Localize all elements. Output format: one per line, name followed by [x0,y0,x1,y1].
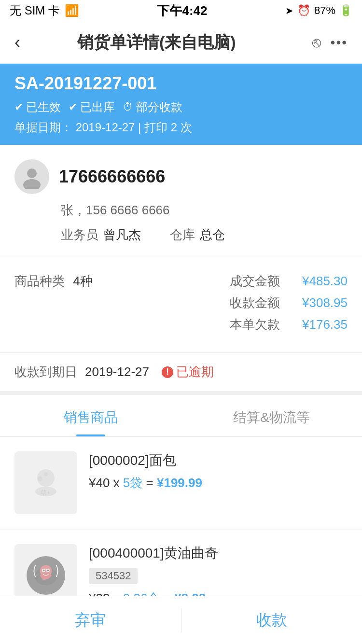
tag-label-2: 已出库 [80,99,115,115]
order-date-value: 2019-12-27 [76,121,135,134]
customer-meta: 业务员 曾凡杰 仓库 总仓 [61,226,348,243]
order-banner: SA-20191227-001 ✔ 已生效 ✔ 已出库 ⏱ 部分收款 单据日期：… [0,64,362,145]
customer-id: 17666666666 [59,167,165,187]
status-right: ➤ ⏰ 87% 🔋 [285,4,352,17]
product-thumbnail-1: 萌+ [14,451,77,514]
product-image-2 [27,556,65,595]
product-name-2: [000400001]黄油曲奇 [89,544,348,562]
avatar-icon [20,165,44,189]
amount-value: ¥485.30 [290,274,348,289]
type-label: 商品种类 [14,274,65,288]
more-button[interactable]: ••• [331,35,348,50]
warehouse-value: 总仓 [200,226,225,243]
nav-actions: ⎋ ••• [312,34,348,51]
default-product-icon: 萌+ [27,463,65,502]
tag-label-1: 已生效 [26,99,61,115]
price-eq-1: = [146,476,157,490]
stats-amounts: 成交金额 ¥485.30 收款金额 ¥308.95 本单欠款 ¥176.35 [230,273,348,338]
avatar [14,159,49,194]
salesperson-label: 业务员 [61,226,98,243]
warehouse-label: 仓库 [170,226,195,243]
product-name-1: [0000002]面包 [89,451,348,470]
svg-point-0 [27,168,37,178]
tabs-section: 销售商品 结算&物流等 [0,395,362,437]
stats-received-row: 收款金额 ¥308.95 [230,294,348,311]
product-info-1: [0000002]面包 ¥40 x 5袋 = ¥199.99 [89,451,348,491]
print-count: 2 [171,121,177,134]
salesperson-value: 曾凡杰 [103,226,141,243]
list-item: 萌+ [0000002]面包 ¥40 x 5袋 = ¥199.99 [0,437,362,529]
stats-debt-row: 本单欠款 ¥176.35 [230,316,348,333]
status-bar: 无 SIM 卡 📶 下午4:42 ➤ ⏰ 87% 🔋 [0,0,362,21]
order-tags: ✔ 已生效 ✔ 已出库 ⏱ 部分收款 [14,99,348,115]
bottom-bar: 弃审 收款 [0,596,362,644]
overdue-text: 已逾期 [176,364,214,380]
clock-icon: ⏱ [123,101,133,113]
customer-section: 17666666666 张，156 6666 6666 业务员 曾凡杰 仓库 总… [0,145,362,258]
svg-point-3 [38,476,42,481]
print-unit: 次 [181,121,192,134]
tab-products[interactable]: 销售商品 [0,395,181,436]
order-date-row: 单据日期： 2019-12-27 | 打印 2 次 [14,120,348,135]
svg-point-13 [47,570,49,572]
svg-point-4 [44,472,48,476]
amount-label: 成交金额 [230,273,280,290]
status-time: 下午4:42 [157,2,207,19]
received-label: 收款金额 [230,294,280,311]
wifi-icon: 📶 [65,4,79,17]
tag-partial-payment: ⏱ 部分收款 [123,99,182,115]
price-qty-1: 5袋 [123,476,142,490]
date-label: 单据日期： [14,121,72,134]
svg-point-1 [23,179,41,189]
alarm-icon: ⏰ [297,4,310,17]
debt-value: ¥176.35 [290,317,348,332]
customer-row: 17666666666 [14,159,348,194]
product-badge-2: 534532 [89,568,138,584]
svg-text:萌+: 萌+ [41,489,50,496]
check-icon-1: ✔ [14,101,23,113]
svg-point-12 [43,570,45,572]
carrier-text: 无 SIM 卡 [10,3,60,18]
type-count: 4种 [73,274,92,288]
product-list: 萌+ [0000002]面包 ¥40 x 5袋 = ¥199.99 [0,437,362,621]
tab-products-label: 销售商品 [64,410,118,425]
customer-sub-info: 张，156 6666 6666 [61,202,348,219]
tag-effective: ✔ 已生效 [14,99,61,115]
page-title: 销货单详情(来自电脑) [1,31,312,54]
nav-bar: ‹ 销货单详情(来自电脑) ⎋ ••• [0,21,362,64]
tab-settlement-label: 结算&物流等 [233,410,310,425]
cancel-button[interactable]: 弃审 [0,600,181,641]
payment-due-date: 2019-12-27 [85,364,149,379]
price-sep-1: x [113,476,123,490]
print-sep: | 打印 [138,121,171,134]
price-base-1: ¥40 [89,476,110,490]
received-value: ¥308.95 [290,295,348,310]
tab-settlement[interactable]: 结算&物流等 [181,395,362,436]
tag-label-3: 部分收款 [136,99,182,115]
tag-shipped: ✔ 已出库 [69,99,115,115]
product-price-1: ¥40 x 5袋 = ¥199.99 [89,475,348,491]
battery-icon: 🔋 [339,4,352,17]
share-button[interactable]: ⎋ [312,34,321,51]
battery-text: 87% [314,4,335,17]
price-total-1: ¥199.99 [157,476,202,490]
debt-label: 本单欠款 [230,316,280,333]
payment-due-section: 收款到期日 2019-12-27 ! 已逾期 [0,353,362,395]
overdue-badge: ! 已逾期 [162,364,214,380]
check-icon-2: ✔ [69,101,77,113]
payment-due-label: 收款到期日 [14,364,77,380]
status-carrier: 无 SIM 卡 📶 [10,3,79,18]
stats-type: 商品种类 4种 [14,273,93,290]
confirm-button[interactable]: 收款 [181,600,362,641]
order-id: SA-20191227-001 [14,73,348,94]
stats-amount-row: 成交金额 ¥485.30 [230,273,348,290]
stats-section: 商品种类 4种 成交金额 ¥485.30 收款金额 ¥308.95 本单欠款 ¥… [0,258,362,353]
overdue-icon: ! [162,366,173,378]
location-icon: ➤ [285,5,293,16]
